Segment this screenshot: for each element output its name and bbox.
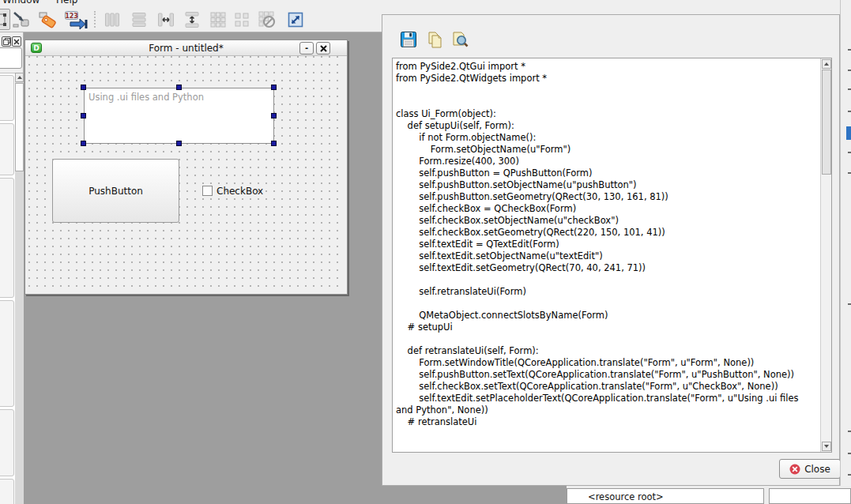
layout-form-icon [233, 11, 250, 28]
resource-root-item[interactable]: <resource root> [567, 488, 764, 504]
edit-widgets-icon [0, 11, 8, 28]
edit-tab-order-button[interactable]: 123 [63, 9, 88, 30]
truncated-text-fragment [848, 49, 851, 51]
menu-window[interactable]: Window [2, 0, 40, 6]
edit-signals-slots-button[interactable] [10, 9, 32, 30]
save-button[interactable] [400, 31, 419, 50]
widget-box-category[interactable] [0, 300, 14, 407]
widget-filter-input[interactable] [0, 47, 22, 69]
widget-box-category[interactable] [0, 409, 14, 476]
widget-box-category[interactable] [0, 123, 14, 175]
selection-handle-top-right[interactable] [271, 85, 277, 90]
truncated-text-fragment [848, 152, 851, 153]
layout-form-button[interactable] [232, 9, 251, 30]
toolbar-separator [94, 11, 96, 28]
float-window-icon [3, 38, 10, 45]
break-layout-button[interactable] [256, 9, 278, 30]
selection-handle-left[interactable] [81, 113, 86, 118]
code-scrollbar[interactable] [820, 58, 831, 452]
save-icon [400, 31, 419, 48]
copy-button[interactable] [426, 31, 445, 50]
scrollbar-thumb[interactable] [822, 70, 831, 175]
edit-tab-order-icon: 123 [64, 9, 88, 30]
right-dock-cutoff [840, 0, 851, 486]
widget-box-category[interactable] [0, 479, 14, 504]
widget-box-category[interactable] [0, 75, 14, 121]
truncated-text-fragment [848, 172, 851, 174]
edit-buddies-icon [38, 9, 58, 30]
resource-panel-cutoff [769, 488, 851, 504]
truncated-text-fragment [848, 111, 851, 112]
widget-box-category[interactable] [0, 178, 14, 298]
layout-horizontal-splitter-icon [156, 10, 175, 29]
selection-handle-top-left[interactable] [81, 85, 86, 90]
close-dialog-icon [789, 464, 800, 475]
layout-vertical-splitter-button[interactable] [181, 9, 203, 30]
qt-designer-screen: Window Help [0, 0, 851, 504]
copy-icon [426, 31, 445, 49]
checkbox-indicator[interactable] [202, 186, 213, 196]
form-window-title: Form - untitled* [25, 43, 347, 54]
scroll-up-button[interactable] [822, 59, 831, 69]
selected-row-fragment[interactable] [846, 126, 851, 140]
resource-browser-strip: <resource root> [567, 486, 851, 504]
layout-horizontal-splitter-button[interactable] [155, 9, 177, 30]
layout-grid-button[interactable] [207, 9, 229, 30]
dock-close-button[interactable] [12, 36, 21, 47]
close-button-label: Close [804, 464, 830, 475]
layout-horizontally-icon [103, 10, 122, 29]
find-icon [451, 31, 470, 49]
checkbox-widget[interactable]: CheckBox [202, 175, 282, 207]
widget-box-list [0, 73, 15, 504]
textedit-widget[interactable]: Using .ui files and Python [84, 88, 274, 144]
triangle-up-icon [824, 62, 829, 66]
layout-vertically-icon [130, 10, 149, 29]
scrollbar-thumb[interactable] [15, 83, 24, 171]
menu-help[interactable]: Help [56, 0, 77, 6]
selection-handle-top[interactable] [176, 85, 182, 90]
triangle-down-icon [824, 445, 829, 448]
edit-signals-slots-icon [12, 10, 31, 29]
selection-handle-bottom-left[interactable] [81, 141, 86, 146]
close-icon [13, 39, 20, 45]
dock-float-button[interactable] [2, 36, 11, 47]
close-dialog-button[interactable]: Close [779, 459, 841, 479]
selection-handle-right[interactable] [271, 113, 277, 118]
truncated-text-fragment [848, 431, 851, 432]
scroll-down-button[interactable] [822, 442, 831, 451]
textedit-placeholder: Using .ui files and Python [85, 88, 273, 106]
scroll-up-button[interactable] [15, 73, 24, 82]
layout-vertically-button[interactable] [128, 9, 150, 30]
break-layout-icon [258, 10, 277, 29]
toolbar: 123 [0, 6, 382, 32]
checkbox-label: CheckBox [217, 186, 263, 197]
adjust-size-icon [286, 10, 305, 29]
triangle-up-icon [17, 76, 22, 79]
minimize-button[interactable]: - [299, 42, 314, 55]
code-preview-dialog: from PySide2.QtGui import * from PySide2… [382, 14, 840, 486]
layout-horizontally-button[interactable] [101, 9, 123, 30]
widget-box-scrollbar[interactable] [15, 73, 24, 504]
selection-handle-bottom[interactable] [176, 141, 182, 146]
truncated-text-fragment [848, 88, 851, 90]
truncated-text-fragment [848, 453, 851, 454]
form-editor-window: D Form - untitled* - Using .ui files and… [24, 39, 348, 295]
form-canvas[interactable]: Using .ui files and Python PushButton Ch… [28, 56, 345, 293]
tab-order-123-label: 123 [65, 12, 78, 19]
code-text: from PySide2.QtGui import * from PySide2… [393, 58, 819, 428]
truncated-text-fragment [848, 70, 851, 71]
truncated-text-fragment [848, 474, 851, 476]
form-window-titlebar[interactable]: D Form - untitled* - [25, 40, 347, 56]
layout-vertical-splitter-icon [183, 10, 201, 29]
layout-grid-icon [209, 10, 228, 29]
find-button[interactable] [451, 31, 470, 50]
close-window-button[interactable] [316, 42, 330, 55]
truncated-text-fragment [848, 303, 851, 305]
adjust-size-button[interactable] [284, 9, 307, 30]
menubar: Window Help [0, 0, 382, 6]
selection-handle-bottom-right[interactable] [271, 141, 277, 146]
pushbutton-widget[interactable]: PushButton [52, 159, 179, 223]
edit-buddies-button[interactable] [37, 9, 59, 30]
edit-widgets-button[interactable] [0, 9, 10, 30]
code-view[interactable]: from PySide2.QtGui import * from PySide2… [392, 58, 832, 453]
